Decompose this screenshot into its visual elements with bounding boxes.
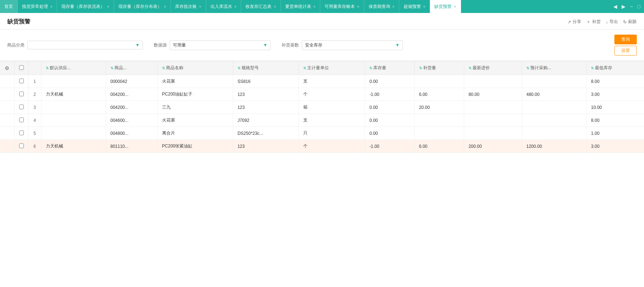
table-area: ⚙ ⇅ 默认供应... ⇅ 商	[0, 61, 644, 153]
tab-close-batch[interactable]: ×	[199, 4, 201, 9]
row-product-code: 801110...	[106, 140, 157, 153]
tab-overstock[interactable]: 超储预警 ×	[399, 0, 430, 13]
th-product-name[interactable]: ⇅ 商品名称	[157, 61, 233, 75]
row-checkbox-1[interactable]	[19, 79, 24, 83]
tab-expiry[interactable]: 保质期查询 ×	[364, 0, 399, 13]
th-estimated-purchase[interactable]: ⇅ 预计采购...	[522, 61, 587, 75]
tab-close-overstock[interactable]: ×	[423, 4, 425, 9]
tab-close-expiry[interactable]: ×	[392, 4, 395, 9]
th-unit[interactable]: ⇅ 主计量单位	[299, 61, 365, 75]
th-product-code[interactable]: ⇅ 商品...	[106, 61, 157, 75]
main-content: 缺货预警 ↗ 分享 ＋ 补货 ↓ 导出 ↻ 刷新 商品分类	[0, 13, 644, 287]
th-default-supplier[interactable]: ⇅ 默认供应...	[41, 61, 106, 75]
row-spec: 123	[233, 101, 299, 114]
row-estimated-purchase	[522, 114, 587, 127]
row-checkbox-4[interactable]	[19, 118, 24, 122]
row-checkbox-5[interactable]	[19, 131, 24, 135]
filter-replenish-base-arrow: ▼	[395, 43, 400, 48]
export-icon: ↓	[606, 19, 608, 25]
th-spec-sort-icon: ⇅	[238, 66, 240, 70]
settings-button[interactable]: 设置	[614, 46, 637, 56]
th-min-stock[interactable]: ⇅ 最低库存	[587, 61, 644, 75]
tab-close-stock-status[interactable]: ×	[107, 4, 109, 9]
row-estimated-purchase	[522, 127, 587, 140]
tab-stock-dist[interactable]: 现存量（库存分布表） ×	[114, 0, 171, 13]
row-checkbox-cell[interactable]	[14, 75, 28, 88]
row-stock: 0.00	[365, 75, 414, 88]
row-default-supplier: 力天机械	[41, 88, 106, 101]
tab-exception[interactable]: 拣货异常处理 ×	[18, 0, 57, 13]
row-checkbox-cell[interactable]	[14, 140, 28, 153]
row-replenish-qty: 6.00	[414, 88, 464, 101]
gear-icon[interactable]: ⚙	[5, 65, 9, 71]
row-checkbox-cell[interactable]	[14, 101, 28, 114]
export-button[interactable]: ↓ 导出	[606, 19, 618, 25]
row-num-cell: 5	[28, 127, 41, 140]
filter-replenish-base-select[interactable]: 安全库存 ▼	[302, 40, 403, 50]
row-checkbox-3[interactable]	[19, 105, 24, 109]
filter-category-arrow: ▼	[135, 43, 140, 48]
tab-minimize[interactable]: −	[628, 4, 635, 9]
page-header: 缺货预警 ↗ 分享 ＋ 补货 ↓ 导出 ↻ 刷新	[0, 13, 644, 30]
table-row: 1 0000042 火花塞 SS816 支 0.00 8.00	[0, 75, 644, 88]
tab-stock-status[interactable]: 现存量（库存状况表） ×	[57, 0, 114, 13]
row-replenish-qty	[414, 114, 464, 127]
tab-close-exception[interactable]: ×	[50, 4, 52, 9]
row-min-stock: 1.00	[587, 127, 644, 140]
table-row: 2 力天机械 004200... PC200油缸缸子 123 个 -1.00 6…	[0, 88, 644, 101]
filter-category-label: 商品分类	[7, 42, 25, 48]
tab-order-stats[interactable]: 要货单统计表 ×	[281, 0, 320, 13]
th-replenish-qty[interactable]: ⇅ 补货量	[414, 61, 464, 75]
row-unit: 只	[299, 127, 365, 140]
replenish-button[interactable]: ＋ 补货	[586, 19, 601, 25]
row-gear-cell	[0, 88, 14, 101]
tab-close-available-ledger[interactable]: ×	[357, 4, 359, 9]
filter-datasource-value: 可用量	[173, 42, 186, 48]
row-default-supplier	[41, 75, 106, 88]
row-latest-price	[464, 101, 522, 114]
tab-collect-summary[interactable]: 收发存汇总表 ×	[241, 0, 280, 13]
tab-batch[interactable]: 库存批次账 ×	[171, 0, 206, 13]
tab-scroll-left[interactable]: ◀	[611, 4, 619, 9]
filter-datasource-select[interactable]: 可用量 ▼	[170, 40, 271, 50]
th-spec[interactable]: ⇅ 规格型号	[233, 61, 299, 75]
row-min-stock: 3.00	[587, 140, 644, 153]
table-row: 4 004600... 火花塞 J7092 支 0.00 8.00	[0, 114, 644, 127]
th-stock[interactable]: ⇅ 库存量	[365, 61, 414, 75]
tab-close-inout-flow[interactable]: ×	[234, 4, 236, 9]
row-checkbox-6[interactable]	[19, 144, 24, 148]
tab-close-shortage[interactable]: ×	[454, 4, 456, 9]
row-latest-price	[464, 75, 522, 88]
query-button[interactable]: 查询	[614, 35, 637, 44]
row-product-name: 火花塞	[157, 114, 233, 127]
th-default-supplier-sort-icon: ⇅	[46, 66, 49, 70]
row-spec: J7092	[233, 114, 299, 127]
tab-close-stock-dist[interactable]: ×	[164, 4, 166, 9]
row-checkbox-cell[interactable]	[14, 88, 28, 101]
row-unit: 个	[299, 140, 365, 153]
tab-maximize[interactable]: □	[635, 4, 643, 9]
tab-shortage[interactable]: 缺货预警 ×	[430, 0, 461, 13]
row-unit: 支	[299, 114, 365, 127]
share-button[interactable]: ↗ 分享	[567, 19, 581, 25]
tab-close-order-stats[interactable]: ×	[313, 4, 316, 9]
th-gear[interactable]: ⚙	[0, 61, 14, 75]
select-all-checkbox[interactable]	[19, 65, 24, 70]
tab-close-collect-summary[interactable]: ×	[274, 4, 276, 9]
filter-category-select[interactable]: ▼	[27, 41, 143, 49]
row-checkbox-cell[interactable]	[14, 114, 28, 127]
tab-home[interactable]: 首页	[0, 0, 18, 13]
row-checkbox-cell[interactable]	[14, 127, 28, 140]
tab-scroll-right[interactable]: ▶	[619, 4, 628, 9]
refresh-button[interactable]: ↻ 刷新	[623, 19, 637, 25]
row-unit: 箱	[299, 101, 365, 114]
tab-inout-flow[interactable]: 出入库流水 ×	[206, 0, 241, 13]
row-product-name: PC200油缸缸子	[157, 88, 233, 101]
th-latest-price[interactable]: ⇅ 最新进价	[464, 61, 522, 75]
row-estimated-purchase: 1200.00	[522, 140, 587, 153]
row-default-supplier	[41, 127, 106, 140]
th-checkbox[interactable]	[14, 61, 28, 75]
row-gear-cell	[0, 114, 14, 127]
tab-available-ledger[interactable]: 可用量库存账本 ×	[320, 0, 364, 13]
row-checkbox-2[interactable]	[19, 92, 24, 96]
